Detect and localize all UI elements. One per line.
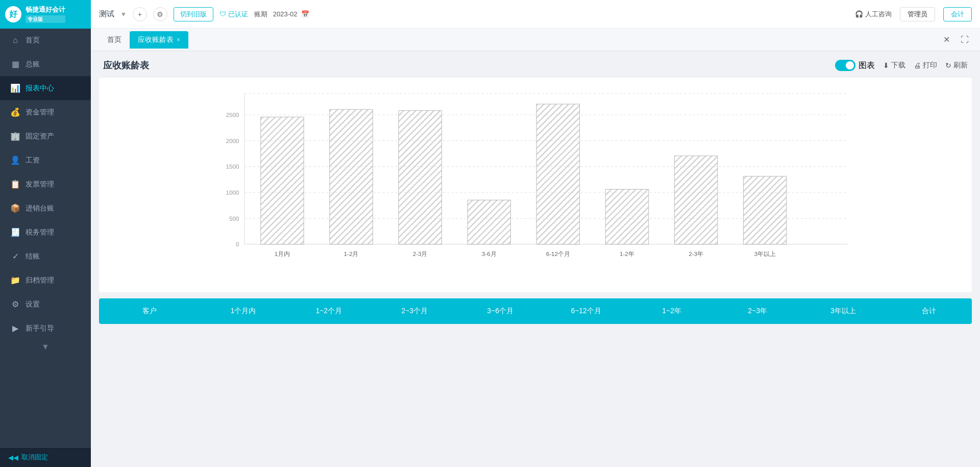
download-icon: ⬇: [883, 61, 889, 69]
expand-button[interactable]: ⛶: [958, 33, 972, 47]
assets-icon: 🏢: [10, 131, 20, 141]
chart-container: 0 500 1000 1500 2000 2500: [99, 78, 972, 292]
headphone-icon: 🎧: [855, 10, 863, 18]
sidebar-item-label: 税务管理: [26, 228, 54, 237]
svg-rect-19: [605, 189, 648, 244]
app-name: 畅捷通好会计: [26, 6, 65, 14]
switch-old-version-button[interactable]: 切到旧版: [174, 7, 213, 21]
svg-text:500: 500: [229, 215, 239, 222]
sidebar-item-label: 归档管理: [26, 276, 54, 285]
sidebar-item-closing[interactable]: ✓ 结账: [0, 244, 91, 268]
app-logo: 好 畅捷通好会计 专业版: [0, 0, 91, 29]
sidebar-item-guide[interactable]: ▶ 新手引导: [0, 316, 91, 340]
settings-icon: ⚙: [10, 299, 20, 309]
user-button[interactable]: 管理员: [900, 7, 935, 21]
period-value: 2023-02: [273, 10, 298, 18]
svg-text:0: 0: [236, 241, 239, 247]
sidebar-item-label: 总账: [26, 60, 40, 69]
add-button[interactable]: +: [133, 7, 147, 21]
refresh-label: 刷新: [953, 61, 968, 70]
print-button[interactable]: 🖨 打印: [914, 61, 937, 70]
svg-rect-21: [743, 176, 786, 244]
sidebar-item-label: 首页: [26, 36, 40, 45]
tab-aging-report[interactable]: 应收账龄表 ×: [130, 31, 188, 49]
project-dropdown-icon[interactable]: ▼: [120, 11, 127, 18]
svg-text:3年以上: 3年以上: [754, 250, 775, 257]
svg-text:1-2年: 1-2年: [620, 250, 634, 257]
svg-text:2-3年: 2-3年: [689, 250, 703, 257]
funds-icon: 💰: [10, 107, 20, 117]
sidebar-item-payroll[interactable]: 👤 工资: [0, 148, 91, 172]
settings-button[interactable]: ⚙: [153, 7, 167, 21]
sidebar-item-ledger[interactable]: ▦ 总账: [0, 52, 91, 76]
close-panel-button[interactable]: ✕: [939, 33, 953, 47]
bar-chart: 0 500 1000 1500 2000 2500: [109, 88, 962, 282]
table-header: 客户 1个月内 1~2个月 2~3个月 3~6个月 6~12个月 1~2年 2~…: [99, 298, 972, 324]
payroll-icon: 👤: [10, 155, 20, 165]
tab-close-icon[interactable]: ×: [177, 36, 180, 43]
sidebar-item-assets[interactable]: 🏢 固定资产: [0, 124, 91, 148]
th-customer: 客户: [99, 298, 200, 324]
th-1month: 1个月内: [200, 298, 286, 324]
chart-toggle-label: 图表: [859, 60, 875, 71]
svg-text:2000: 2000: [226, 137, 239, 144]
svg-text:1500: 1500: [226, 163, 239, 170]
sidebar-item-label: 设置: [26, 300, 40, 309]
refresh-button[interactable]: ↻ 刷新: [945, 61, 968, 70]
sidebar-item-tax[interactable]: 🧾 税务管理: [0, 220, 91, 244]
th-6-12month: 6~12个月: [543, 298, 629, 324]
sidebar-item-label: 新手引导: [26, 324, 54, 333]
sidebar-item-funds[interactable]: 💰 资金管理: [0, 100, 91, 124]
sidebar-item-reports[interactable]: 📊 报表中心: [0, 76, 91, 100]
project-name: 测试: [99, 9, 114, 19]
ledger-icon: ▦: [10, 59, 20, 69]
sidebar: 好 畅捷通好会计 专业版 ⌂ 首页 ▦ 总账 📊 报表中心 💰 资金管理 🏢 固…: [0, 0, 91, 467]
tab-home-label: 首页: [107, 35, 121, 44]
tabbar-actions: ✕ ⛶: [939, 33, 972, 47]
sidebar-item-label: 发票管理: [26, 180, 54, 189]
chart-toggle-group: 图表: [835, 60, 875, 71]
closing-icon: ✓: [10, 251, 20, 261]
content-area: 应收账龄表 图表 ⬇ 下载 🖨 打印: [91, 51, 980, 467]
role-button[interactable]: 会计: [943, 7, 972, 21]
sidebar-item-label: 固定资产: [26, 132, 54, 141]
guide-icon: ▶: [10, 323, 20, 333]
tabbar: 首页 应收账龄表 × ✕ ⛶: [91, 29, 980, 51]
sidebar-item-label: 资金管理: [26, 108, 54, 117]
sidebar-nav: ⌂ 首页 ▦ 总账 📊 报表中心 💰 资金管理 🏢 固定资产 👤 工资 📋 发票…: [0, 29, 91, 447]
page-title: 应收账龄表: [103, 59, 149, 72]
archive-icon: 📁: [10, 275, 20, 285]
svg-text:3-6月: 3-6月: [482, 250, 497, 257]
svg-text:6-12个月: 6-12个月: [546, 250, 570, 257]
th-2-3month: 2~3个月: [372, 298, 457, 324]
svg-text:2-3月: 2-3月: [413, 250, 428, 257]
svg-rect-15: [330, 109, 373, 244]
app-edition: 专业版: [26, 15, 65, 23]
scroll-down-indicator: ▼: [0, 340, 91, 354]
sidebar-item-inventory[interactable]: 📦 进销台账: [0, 196, 91, 220]
page-actions: 图表 ⬇ 下载 🖨 打印 ↻ 刷新: [835, 60, 968, 71]
sidebar-item-settings[interactable]: ⚙ 设置: [0, 292, 91, 316]
topnav-right: 🎧 人工咨询 管理员 会计: [855, 7, 972, 21]
table-container: 客户 1个月内 1~2个月 2~3个月 3~6个月 6~12个月 1~2年 2~…: [99, 298, 972, 324]
svg-rect-14: [261, 117, 304, 244]
certified-badge: 🛡 已认证: [219, 10, 248, 19]
sidebar-item-archive[interactable]: 📁 归档管理: [0, 268, 91, 292]
sidebar-item-label: 报表中心: [26, 84, 54, 93]
sidebar-item-invoice[interactable]: 📋 发票管理: [0, 172, 91, 196]
th-1-2month: 1~2个月: [286, 298, 372, 324]
svg-text:1000: 1000: [226, 189, 239, 196]
pin-label: 取消固定: [21, 453, 48, 462]
chart-toggle[interactable]: [835, 60, 855, 71]
download-button[interactable]: ⬇ 下载: [883, 61, 905, 70]
unpin-button[interactable]: ◀◀ 取消固定: [0, 447, 91, 467]
th-total: 合计: [886, 298, 972, 324]
sidebar-item-label: 工资: [26, 156, 40, 165]
th-3plus-year: 3年以上: [800, 298, 886, 324]
tab-aging-label: 应收账龄表: [138, 35, 174, 44]
tab-home[interactable]: 首页: [99, 31, 130, 49]
consult-button[interactable]: 🎧 人工咨询: [855, 10, 892, 19]
svg-text:1-2月: 1-2月: [344, 250, 359, 257]
sidebar-item-home[interactable]: ⌂ 首页: [0, 29, 91, 52]
svg-text:1月内: 1月内: [275, 250, 290, 257]
